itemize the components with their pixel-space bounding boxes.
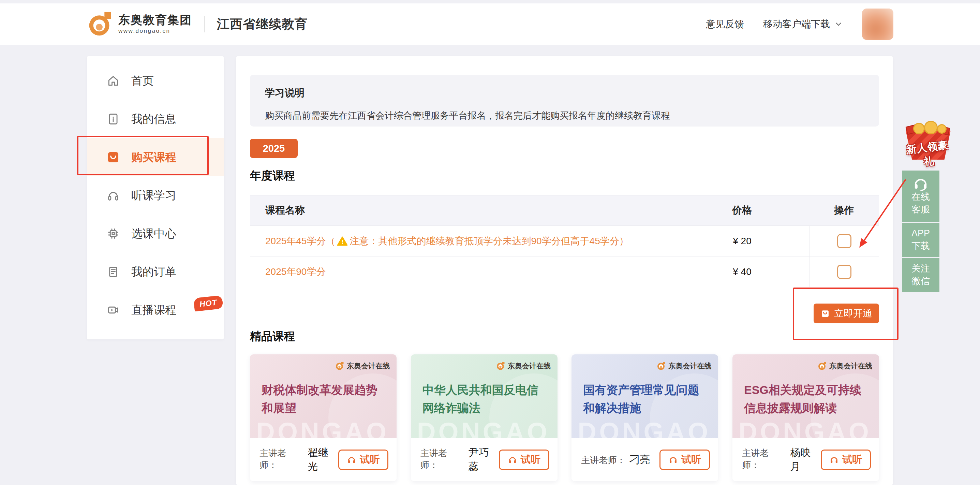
main-content: 学习说明 购买商品前需要先在江西省会计综合管理服务平台报名，报名完后才能购买报名… xyxy=(236,56,893,485)
course-name-link[interactable]: 2025年90学分 xyxy=(250,266,675,278)
logo-subtitle: www.dongao.cn xyxy=(118,28,192,35)
follow-wechat-label-line1: 关注 xyxy=(912,262,930,275)
brand-label: 东奥会计在线 xyxy=(347,361,390,371)
activate-now-button[interactable]: 立即开通 xyxy=(814,304,879,323)
course-card[interactable]: 东奥会计在线 中华人民共和国反电信网络诈骗法 DONGAO 主讲老师： 尹巧蕊 … xyxy=(411,355,557,481)
course-checkbox[interactable] xyxy=(837,234,851,248)
sidebar-item-label: 购买课程 xyxy=(131,150,176,165)
hot-badge: HOT xyxy=(193,295,223,312)
sidebar-item-my-orders[interactable]: 我的订单 xyxy=(87,253,224,291)
brand-row: 东奥会计在线 xyxy=(335,361,390,371)
page-title: 江西省继续教育 xyxy=(217,16,307,33)
activate-row: 立即开通 xyxy=(250,304,879,323)
card-footer: 主讲老师： 刁亮 试听 xyxy=(571,438,718,481)
card-cover: 东奥会计在线 财税体制改革发展趋势和展望 DONGAO xyxy=(250,355,396,438)
column-header-price: 价格 xyxy=(675,204,809,217)
teacher-row: 主讲老师： 刁亮 xyxy=(581,453,650,467)
dongao-logo-icon xyxy=(87,11,113,37)
course-checkbox[interactable] xyxy=(837,265,851,279)
card-cover: 东奥会计在线 国有资产管理常见问题和解决措施 DONGAO xyxy=(571,355,718,438)
online-service-label-line2: 客服 xyxy=(912,203,930,216)
trial-listen-button[interactable]: 试听 xyxy=(821,450,871,470)
headphones-icon xyxy=(668,455,678,464)
headphones-icon xyxy=(508,455,517,464)
teacher-label: 主讲老师： xyxy=(581,454,625,466)
logo-title: 东奥教育集团 xyxy=(118,14,192,26)
sidebar-item-live-courses[interactable]: 直播课程 HOT xyxy=(87,291,224,329)
teacher-label: 主讲老师： xyxy=(742,447,786,471)
headphones-icon xyxy=(107,189,120,202)
trial-listen-label: 试听 xyxy=(842,453,862,467)
trial-listen-button[interactable]: 试听 xyxy=(338,450,388,470)
trial-listen-button[interactable]: 试听 xyxy=(499,450,549,470)
sidebar-item-buy-courses[interactable]: 购买课程 xyxy=(87,138,224,177)
card-title: 国有资产管理常见问题和解决措施 xyxy=(583,381,710,417)
video-camera-icon xyxy=(107,304,120,316)
headset-icon xyxy=(913,177,929,191)
feedback-link[interactable]: 意见反馈 xyxy=(706,18,744,31)
dongao-accounting-logo-icon xyxy=(335,361,344,371)
headphones-icon xyxy=(829,455,839,464)
year-tab-2025[interactable]: 2025 xyxy=(250,139,298,158)
course-card[interactable]: 东奥会计在线 财税体制改革发展趋势和展望 DONGAO 主讲老师： 翟继光 试听 xyxy=(250,355,396,481)
online-service-button[interactable]: 在线 客服 xyxy=(902,170,939,222)
floating-side-panel: 在线 客服 APP 下载 关注 微信 xyxy=(902,170,939,293)
column-header-action: 操作 xyxy=(809,204,879,217)
action-cell xyxy=(809,226,879,256)
shopping-bag-icon xyxy=(107,151,120,164)
app-download-label-line1: APP xyxy=(912,227,930,240)
dongao-accounting-logo-icon xyxy=(657,361,666,371)
card-footer: 主讲老师： 尹巧蕊 试听 xyxy=(411,438,557,481)
course-name-link[interactable]: 2025年45学分（ ! 注意：其他形式的继续教育抵顶学分未达到90学分但高于4… xyxy=(250,235,675,248)
sidebar-item-course-center[interactable]: 选课中心 xyxy=(87,215,224,253)
online-service-label-line1: 在线 xyxy=(912,191,930,203)
follow-wechat-button[interactable]: 关注 微信 xyxy=(902,258,939,292)
sidebar: 首页 我的信息 购买课程 听课学习 选课中心 xyxy=(87,56,224,339)
sidebar-item-listen-learn[interactable]: 听课学习 xyxy=(87,177,224,215)
sidebar-item-label: 直播课程 xyxy=(131,302,176,318)
gold-coin-icon xyxy=(913,123,925,134)
course-price: ¥ 20 xyxy=(675,226,809,256)
new-user-gift-badge[interactable]: 新人领豪礼 xyxy=(904,121,952,164)
top-header: 东奥教育集团 www.dongao.cn 江西省继续教育 意见反馈 移动客户端下… xyxy=(0,3,980,45)
course-name-prefix: 2025年45学分（ xyxy=(265,235,335,248)
headphones-icon xyxy=(347,455,356,464)
mobile-download-dropdown[interactable]: 移动客户端下载 xyxy=(763,18,843,31)
card-title: 中华人民共和国反电信网络诈骗法 xyxy=(423,381,549,417)
avatar[interactable] xyxy=(862,8,893,40)
dongao-logo[interactable]: 东奥教育集团 www.dongao.cn xyxy=(87,11,192,37)
teacher-label: 主讲老师： xyxy=(420,447,465,471)
watermark-text: DONGAO xyxy=(417,417,550,438)
notice-title: 学习说明 xyxy=(265,86,864,100)
course-card[interactable]: 东奥会计在线 国有资产管理常见问题和解决措施 DONGAO 主讲老师： 刁亮 试… xyxy=(571,355,718,481)
premium-cards: 东奥会计在线 财税体制改革发展趋势和展望 DONGAO 主讲老师： 翟继光 试听 xyxy=(250,355,879,481)
teacher-label: 主讲老师： xyxy=(259,447,304,471)
course-card[interactable]: 东奥会计在线 ESG相关规定及可持续信息披露规则解读 DONGAO 主讲老师： … xyxy=(732,355,879,481)
teacher-name: 刁亮 xyxy=(630,453,650,467)
sidebar-item-my-info[interactable]: 我的信息 xyxy=(87,100,224,138)
card-title: 财税体制改革发展趋势和展望 xyxy=(261,381,388,417)
trial-listen-button[interactable]: 试听 xyxy=(659,450,710,470)
table-row: 2025年90学分 ¥ 40 xyxy=(250,256,879,287)
home-icon xyxy=(107,74,120,87)
follow-wechat-label-line2: 微信 xyxy=(912,275,930,288)
course-table: 课程名称 价格 操作 2025年45学分（ ! 注意：其他形式的继续教育抵顶学分… xyxy=(250,195,879,287)
teacher-name: 尹巧蕊 xyxy=(469,446,499,474)
watermark-text: DONGAO xyxy=(738,417,872,438)
sidebar-item-label: 听课学习 xyxy=(131,188,176,203)
brand-label: 东奥会计在线 xyxy=(829,361,872,371)
sidebar-item-home[interactable]: 首页 xyxy=(87,62,224,100)
annual-courses-title: 年度课程 xyxy=(250,168,879,183)
gold-coin-icon xyxy=(924,121,938,134)
course-name-prefix: 2025年90学分 xyxy=(265,266,326,278)
sidebar-item-label: 我的信息 xyxy=(131,111,176,127)
app-download-label-line2: 下载 xyxy=(912,240,930,253)
brand-label: 东奥会计在线 xyxy=(508,361,551,371)
card-footer: 主讲老师： 翟继光 试听 xyxy=(250,438,396,481)
order-list-icon xyxy=(107,266,120,278)
action-cell xyxy=(809,256,879,287)
study-notice: 学习说明 购买商品前需要先在江西省会计综合管理服务平台报名，报名完后才能购买报名… xyxy=(250,75,879,127)
app-download-button[interactable]: APP 下载 xyxy=(902,223,939,257)
trial-listen-label: 试听 xyxy=(521,453,541,467)
activate-now-label: 立即开通 xyxy=(834,307,872,320)
